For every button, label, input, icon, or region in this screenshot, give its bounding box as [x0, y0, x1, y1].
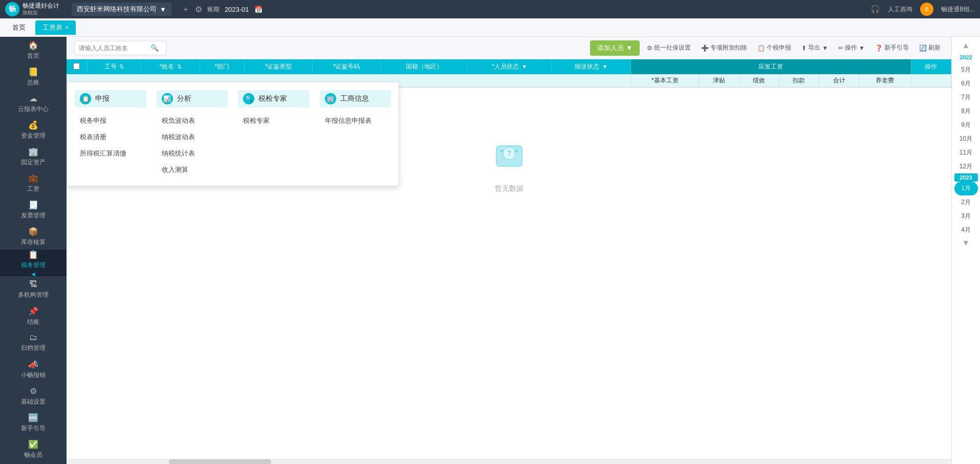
filter-icon-person[interactable]: ▼: [521, 63, 527, 70]
header-actions: ＋ ⚙ 账期 2023-01 📅: [182, 4, 263, 15]
declare-title: 申报: [95, 94, 110, 103]
content-area: 🔍 添加人员 ▼ ⚙ 统一社保设置 ➕ 专项附加扣除 📋 个税申报: [67, 37, 951, 464]
operate-icon: ✏: [838, 45, 843, 52]
guide-icon: 🆕: [28, 413, 38, 423]
special-label: 专项附加扣除: [710, 43, 747, 52]
th-id-type: *证鉴类型: [245, 59, 313, 74]
sidebar-item-invoice[interactable]: 🧾 发票管理: [0, 196, 67, 223]
select-all-checkbox[interactable]: [73, 63, 80, 70]
cal-month-11[interactable]: 11月: [954, 146, 978, 160]
tax-declare-button[interactable]: 📋 个税申报: [754, 41, 794, 55]
sidebar-label-home: 首页: [27, 52, 39, 60]
sidebar-item-vip[interactable]: ✅ 畅会员: [0, 436, 67, 462]
sidebar-item-archive[interactable]: 🗂 归档管理: [0, 329, 67, 356]
scroll-thumb[interactable]: [169, 459, 271, 464]
menu-income-settlement[interactable]: 所得税汇算清缴: [75, 145, 146, 162]
cal-month-2[interactable]: 2月: [954, 195, 978, 209]
menu-tax-payment-fluctuation[interactable]: 纳税波动表: [157, 129, 228, 145]
sidebar-label-close: 结账: [27, 318, 39, 326]
sidebar-item-guide[interactable]: 🆕 新手引导: [0, 409, 67, 436]
select-all-th: [67, 59, 87, 74]
sidebar-item-salary[interactable]: 💼 工资: [0, 170, 67, 196]
special-icon: ➕: [701, 45, 709, 52]
sidebar-item-close[interactable]: 📌 结账: [0, 303, 67, 329]
cal-month-6[interactable]: 6月: [954, 77, 978, 91]
menu-annual-report[interactable]: 年报信息申报表: [320, 113, 391, 129]
popup-section-analysis: 📊 分析 税负波动表 纳税波动表 纳税统计表 收入测算: [157, 90, 228, 178]
menu-income-estimate[interactable]: 收入测算: [157, 162, 228, 178]
add-person-button[interactable]: 添加人员 ▼: [590, 40, 640, 56]
th-name: *姓名 ⇅: [141, 59, 200, 74]
th-report-status: 报送状态 ▼: [552, 59, 631, 74]
company-selector[interactable]: 西安虾米网络科技有限公司 ▼: [72, 3, 171, 16]
tab-home[interactable]: 首页: [5, 20, 33, 35]
cloud-icon: ☁: [29, 94, 37, 103]
svg-text:?: ?: [507, 149, 511, 157]
sub-allowance: 津贴: [699, 74, 739, 87]
menu-tax-stats[interactable]: 纳税统计表: [157, 145, 228, 162]
menu-tax-fluctuation[interactable]: 税负波动表: [157, 113, 228, 129]
menu-tax-declare[interactable]: 税务申报: [75, 113, 146, 129]
menu-tax-check[interactable]: 税检专家: [238, 113, 310, 129]
calendar-down-nav[interactable]: ▼: [961, 237, 972, 249]
sidebar-item-fixed-asset[interactable]: 🏢 固定资产: [0, 143, 67, 170]
sidebar-label-ledger: 总账: [27, 78, 39, 87]
filter-icon-report[interactable]: ▼: [602, 63, 607, 70]
guide-button[interactable]: ❓ 新手引导: [872, 41, 912, 55]
sidebar-item-xiaochu[interactable]: 📣 小畅报销: [0, 356, 67, 383]
user-label[interactable]: 畅捷通B组...: [941, 5, 975, 14]
cal-year-2023: 2023: [954, 173, 978, 182]
tab-salary[interactable]: 工资表 ×: [35, 20, 76, 35]
cal-month-4[interactable]: 4月: [954, 223, 978, 237]
analysis-icon: 📊: [162, 93, 173, 104]
sub-pension: 养老费: [859, 74, 911, 87]
popup-section-business: 🏢 工商信息 年报信息申报表: [320, 90, 391, 178]
cal-month-12[interactable]: 12月: [954, 160, 978, 173]
vip-icon: ✅: [28, 439, 38, 449]
sidebar-label-invoice: 发票管理: [21, 211, 46, 220]
cal-month-3[interactable]: 3月: [954, 209, 978, 223]
social-insurance-button[interactable]: ⚙ 统一社保设置: [644, 41, 694, 55]
cal-month-7[interactable]: 7月: [954, 91, 978, 104]
salary-icon: 💼: [28, 173, 38, 183]
calendar-up-nav[interactable]: ▲: [961, 39, 972, 52]
menu-tax-clearance[interactable]: 税表清册: [75, 129, 146, 145]
special-deduction-button[interactable]: ➕ 专项附加扣除: [698, 41, 750, 55]
tab-close-icon[interactable]: ×: [65, 24, 69, 31]
toolbar-right: 添加人员 ▼ ⚙ 统一社保设置 ➕ 专项附加扣除 📋 个税申报 ⬆ 导出: [590, 40, 944, 56]
sidebar-item-settings[interactable]: ⚙ 基础设置: [0, 383, 67, 409]
sub-performance: 绩效: [739, 74, 779, 87]
fund-icon: 💰: [28, 120, 38, 130]
search-input[interactable]: [79, 45, 150, 52]
calendar-icon[interactable]: 📅: [254, 6, 263, 13]
export-dropdown: ▼: [822, 45, 828, 52]
sidebar-item-multi-org[interactable]: 🏗 多机构管理: [0, 276, 67, 303]
tax-declare-icon: 📋: [757, 45, 765, 52]
cal-month-5[interactable]: 5月: [954, 63, 978, 77]
settings-icon[interactable]: ⚙: [195, 5, 202, 14]
cal-month-8[interactable]: 8月: [954, 104, 978, 118]
sidebar-item-fund[interactable]: 💰 资金管理: [0, 117, 67, 143]
sidebar-item-tax[interactable]: 📋 税务管理 ◀: [0, 250, 67, 276]
export-button[interactable]: ⬆ 导出 ▼: [798, 41, 831, 55]
th-employee-id: 工号 ⇅: [87, 59, 141, 74]
expert-icon: 🔍: [243, 93, 254, 104]
sidebar-label-settings: 基础设置: [21, 397, 46, 406]
sidebar-label-guide: 新手引导: [21, 424, 46, 433]
service-label[interactable]: 人工咨询: [888, 5, 912, 14]
bottom-scrollbar[interactable]: [67, 459, 951, 464]
refresh-icon: 🔄: [919, 45, 927, 52]
cal-month-10[interactable]: 10月: [954, 132, 978, 146]
refresh-button[interactable]: 🔄 刷新: [916, 41, 944, 55]
add-icon[interactable]: ＋: [182, 4, 190, 15]
operate-button[interactable]: ✏ 操作 ▼: [835, 41, 868, 55]
cal-month-9[interactable]: 9月: [954, 118, 978, 132]
export-icon: ⬆: [801, 45, 807, 52]
tax-popup-menu: 📋 申报 税务申报 税表清册 所得税汇算清缴 📊 分析 税负波动表 纳税波动表 …: [67, 82, 399, 186]
sidebar-item-cloud-report[interactable]: ☁ 云报表中心: [0, 90, 67, 117]
sidebar-item-home[interactable]: 🏠 首页: [0, 37, 67, 63]
sidebar-item-ledger[interactable]: 📒 总账: [0, 63, 67, 90]
header-right: 🎧 人工咨询 B 畅捷通B组...: [870, 3, 975, 16]
cal-month-1[interactable]: 1月: [954, 182, 978, 195]
sidebar-item-inventory[interactable]: 📦 库存核算: [0, 223, 67, 250]
